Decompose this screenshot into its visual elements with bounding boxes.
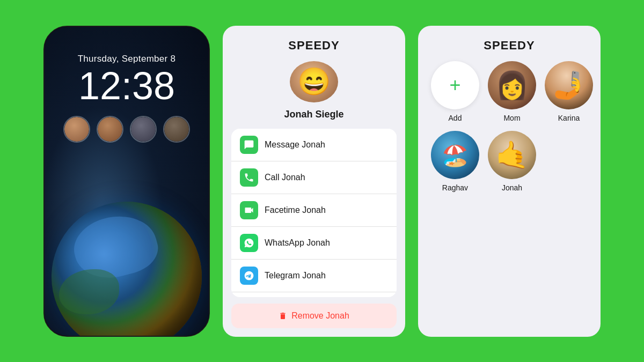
phone-mockup: Thursday, September 8 12:38	[43, 26, 210, 337]
earth-graphic	[52, 202, 202, 337]
action-telegram[interactable]: Telegram Jonah	[231, 260, 397, 292]
add-circle: +	[431, 61, 479, 109]
call-icon	[240, 168, 258, 187]
contact-cell-mom[interactable]: Mom	[488, 61, 536, 122]
speedy-logo-right: SPEEDY	[484, 39, 535, 53]
trash-icon	[279, 312, 287, 320]
action-message-label: Message Jonah	[265, 140, 325, 150]
add-contact-cell[interactable]: + Add	[431, 61, 479, 122]
action-whatsapp[interactable]: WhatsApp Jonah	[231, 227, 397, 260]
action-call-label: Call Jonah	[265, 173, 305, 182]
lock-avatar-1	[63, 116, 90, 143]
message-icon	[240, 136, 258, 154]
action-message[interactable]: Message Jonah	[231, 129, 397, 161]
phone-screen: Thursday, September 8 12:38	[45, 27, 209, 336]
jonah-avatar	[488, 131, 536, 179]
jonah-label: Jonah	[502, 183, 522, 192]
action-facetime[interactable]: Facetime Jonah	[231, 194, 397, 227]
avatar-woman1	[64, 117, 89, 142]
avatar-woman2	[98, 117, 122, 142]
facetime-icon	[240, 201, 258, 219]
earth-circle	[52, 202, 202, 337]
contact-cell-karina[interactable]: Karina	[545, 61, 593, 122]
raghav-label: Raghav	[442, 183, 468, 192]
action-call[interactable]: Call Jonah	[231, 161, 397, 194]
raghav-portrait	[431, 131, 479, 179]
contacts-grid-card: SPEEDY + Add Mom Karina Ra	[418, 26, 601, 337]
raghav-avatar	[431, 131, 479, 179]
action-telegram-label: Telegram Jonah	[265, 271, 326, 280]
lock-avatar-3	[130, 116, 157, 143]
contact-avatar	[290, 61, 338, 102]
phone-date: Thursday, September 8	[55, 54, 198, 64]
action-facetime-label: Facetime Jonah	[265, 205, 326, 215]
contact-name: Jonah Siegle	[284, 109, 343, 120]
mom-avatar	[488, 61, 536, 109]
avatar-man1	[164, 117, 189, 142]
plus-icon: +	[449, 76, 460, 95]
remove-button[interactable]: Remove Jonah	[231, 304, 397, 328]
lock-avatar-4	[163, 116, 190, 143]
mom-portrait	[488, 61, 536, 109]
contacts-grid: + Add Mom Karina Raghav	[427, 61, 592, 192]
speedy-logo-left: SPEEDY	[288, 39, 339, 53]
contact-cell-jonah[interactable]: Jonah	[488, 131, 536, 192]
karina-label: Karina	[558, 114, 580, 122]
lock-screen-contacts	[55, 116, 198, 143]
action-whatsapp-label: WhatsApp Jonah	[265, 238, 330, 248]
avatar-couple	[131, 117, 156, 142]
karina-avatar	[545, 61, 593, 109]
add-label: Add	[449, 114, 462, 122]
remove-button-label: Remove Jonah	[291, 311, 349, 321]
whatsapp-icon	[240, 234, 258, 252]
action-signal[interactable]: Signal Jonah	[231, 292, 397, 297]
jonah-portrait	[488, 131, 536, 179]
jonah-avatar-image	[290, 61, 338, 102]
karina-portrait	[545, 61, 593, 109]
phone-time: 12:38	[55, 67, 198, 105]
mom-label: Mom	[503, 114, 520, 122]
lock-avatar-2	[97, 116, 123, 143]
action-list: Message Jonah Call Jonah Facetime Jonah	[231, 129, 397, 297]
contact-detail-card: SPEEDY Jonah Siegle Message Jonah Call J…	[223, 26, 405, 337]
contact-cell-raghav[interactable]: Raghav	[431, 131, 479, 192]
telegram-icon	[240, 267, 258, 285]
